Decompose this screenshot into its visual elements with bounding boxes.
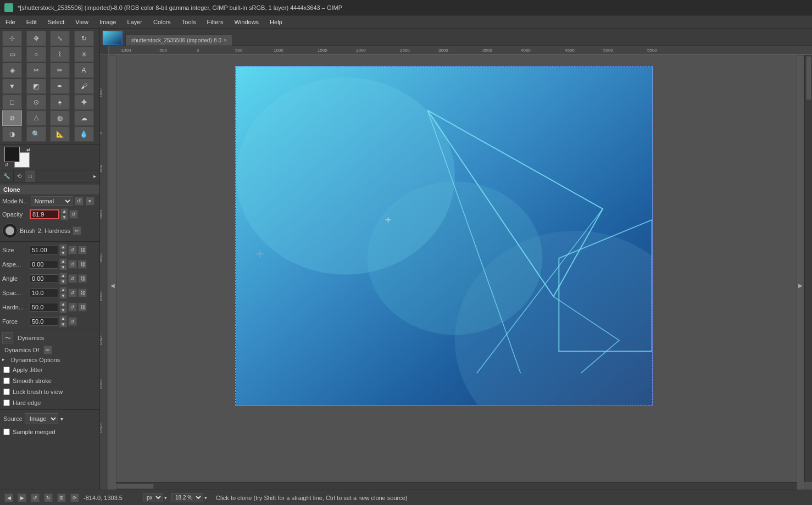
mode-extra-btn[interactable]: ▾ — [86, 197, 94, 206]
fuzzy-select-tool[interactable]: ✳ — [74, 47, 94, 62]
mode-select[interactable]: Normal — [31, 196, 73, 206]
ink-tool[interactable]: ♠ — [50, 95, 70, 110]
clone-tool[interactable]: ⧉ — [2, 110, 22, 126]
smooth-stroke-checkbox[interactable] — [3, 378, 10, 384]
opacity-down[interactable]: ▼ — [60, 214, 68, 220]
panel-expand-btn[interactable]: ▸ — [90, 170, 99, 182]
nav-next-btn[interactable]: ▶ — [18, 493, 26, 502]
measure-tool[interactable]: 📐 — [50, 126, 70, 142]
tab-palette[interactable]: □ — [25, 170, 35, 182]
menu-filters[interactable]: Filters — [202, 18, 229, 26]
spacing-down[interactable]: ▼ — [59, 293, 67, 299]
aspect-up[interactable]: ▲ — [59, 258, 67, 264]
scrollbar-v-thumb[interactable] — [806, 56, 811, 100]
nav-arrow-right[interactable]: ▶ — [797, 55, 804, 490]
force-input[interactable] — [30, 317, 58, 326]
tab-document-history[interactable]: ⟲ — [14, 170, 25, 182]
menu-colors[interactable]: Colors — [148, 18, 176, 26]
reset-aspect-btn[interactable]: ↺ — [68, 260, 77, 269]
select-by-color-tool[interactable]: ◈ — [2, 63, 22, 78]
size-up[interactable]: ▲ — [59, 244, 67, 250]
zoom-select[interactable]: 18.2 % — [171, 493, 203, 502]
airbrush-tool[interactable]: ⊙ — [26, 95, 46, 110]
menu-help[interactable]: Help — [264, 18, 288, 26]
resize-tool[interactable]: ⤡ — [50, 31, 70, 46]
edit-brush-btn[interactable]: ✏ — [73, 226, 81, 235]
sample-merged-checkbox[interactable] — [3, 429, 10, 435]
color-picker-tool[interactable]: 💧 — [74, 126, 94, 142]
aspect-down[interactable]: ▼ — [59, 264, 67, 270]
aspect-input[interactable] — [30, 260, 58, 269]
paintbrush-tool[interactable]: 🖌 — [74, 79, 94, 94]
reset-hardness-btn[interactable]: ↺ — [68, 303, 77, 312]
unit-selector[interactable]: px ▾ — [143, 493, 167, 502]
tab-tool-options[interactable]: 🔧 — [0, 170, 14, 182]
canvas-viewport[interactable] — [109, 55, 812, 490]
swap-arrow-icon[interactable]: ⇄ — [26, 147, 32, 152]
close-tab-btn[interactable]: × — [224, 37, 227, 43]
ellipse-select-tool[interactable]: ○ — [26, 47, 46, 62]
unit-dropdown-icon[interactable]: ▾ — [164, 495, 167, 501]
rect-select-tool[interactable]: ▭ — [2, 47, 22, 62]
angle-up[interactable]: ▲ — [59, 273, 67, 279]
menu-image[interactable]: Image — [94, 18, 122, 26]
force-up[interactable]: ▲ — [59, 315, 67, 321]
menu-file[interactable]: File — [0, 18, 21, 26]
opacity-input[interactable] — [30, 209, 59, 219]
opacity-spinner[interactable]: ▲ ▼ — [60, 208, 68, 220]
move-tool[interactable]: ✥ — [26, 31, 46, 46]
size-input[interactable] — [30, 246, 58, 254]
hardness-spinner[interactable]: ▲ ▼ — [59, 301, 67, 313]
menu-view[interactable]: View — [70, 18, 94, 26]
size-down[interactable]: ▼ — [59, 250, 67, 256]
menu-tools[interactable]: Tools — [176, 18, 202, 26]
nav-undo-btn[interactable]: ↺ — [31, 493, 40, 502]
menu-layer[interactable]: Layer — [122, 18, 148, 26]
hardness-input[interactable] — [30, 303, 58, 312]
scrollbar-horizontal[interactable] — [109, 482, 804, 490]
text-tool[interactable]: A — [74, 63, 94, 78]
hardness-down[interactable]: ▼ — [59, 307, 67, 313]
swap-colors-btn[interactable]: ↺ ⇄ — [4, 147, 32, 168]
nav-prev-btn[interactable]: ◀ — [4, 493, 13, 502]
opacity-up[interactable]: ▲ — [60, 208, 68, 214]
heal-tool[interactable]: ✚ — [74, 95, 94, 110]
reset-angle-btn[interactable]: ↺ — [68, 274, 77, 283]
reset-mode-btn[interactable]: ↺ — [75, 197, 84, 206]
edit-dynamics-btn[interactable]: ✏ — [43, 346, 52, 354]
source-select[interactable]: Image — [25, 413, 58, 424]
scrollbar-h-thumb[interactable] — [110, 484, 154, 489]
align-tool[interactable]: ⊹ — [2, 31, 22, 46]
force-spinner[interactable]: ▲ ▼ — [59, 315, 67, 328]
size-chain-btn[interactable]: ⛓ — [78, 246, 87, 254]
smudge-tool[interactable]: ☁ — [74, 110, 94, 126]
reset-size-btn[interactable]: ↺ — [68, 246, 77, 254]
free-select-tool[interactable]: ⌇ — [50, 47, 70, 62]
expand-dynamics-icon[interactable]: ▸ — [2, 357, 9, 363]
apply-jitter-checkbox[interactable] — [3, 367, 10, 373]
angle-chain-btn[interactable]: ⛓ — [78, 274, 87, 283]
reset-spacing-btn[interactable]: ↺ — [68, 288, 77, 297]
reset-colors-icon[interactable]: ↺ — [4, 162, 10, 168]
scrollbar-vertical[interactable] — [804, 55, 812, 482]
eraser-tool[interactable]: ◻ — [2, 95, 22, 110]
angle-down[interactable]: ▼ — [59, 279, 67, 285]
force-down[interactable]: ▼ — [59, 321, 67, 328]
foreground-color[interactable] — [4, 147, 20, 162]
reset-force-btn[interactable]: ↺ — [68, 317, 77, 326]
zoom-selector[interactable]: 18.2 % ▾ — [171, 493, 207, 502]
hard-edge-checkbox[interactable] — [3, 399, 10, 406]
zoom-tool[interactable]: 🔍 — [26, 126, 46, 142]
bucket-fill-tool[interactable]: ▼ — [2, 79, 22, 94]
hardness-up[interactable]: ▲ — [59, 301, 67, 307]
size-spinner[interactable]: ▲ ▼ — [59, 244, 67, 256]
scissors-tool[interactable]: ✂ — [26, 63, 46, 78]
reset-opacity-btn[interactable]: ↺ — [69, 210, 78, 219]
menu-windows[interactable]: Windows — [229, 18, 264, 26]
hardness-chain-btn[interactable]: ⛓ — [78, 303, 87, 312]
zoom-dropdown-icon[interactable]: ▾ — [204, 495, 207, 501]
menu-select[interactable]: Select — [42, 18, 70, 26]
path-tool[interactable]: ✏ — [50, 63, 70, 78]
canvas-image[interactable] — [235, 66, 653, 406]
nav-refresh-btn[interactable]: ⟳ — [70, 493, 79, 502]
